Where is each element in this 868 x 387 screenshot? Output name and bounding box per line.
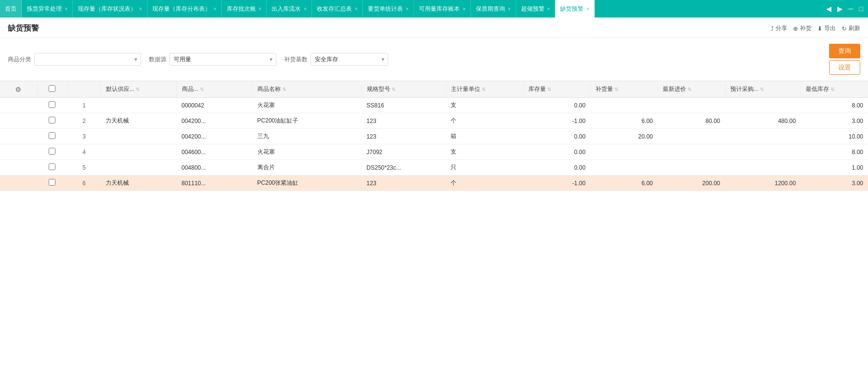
th-spec: 规格型号 ⇅ [362, 81, 446, 98]
nav-maximize[interactable]: □ [856, 0, 866, 18]
replenish-basis-select[interactable]: 安全库存 [310, 53, 388, 66]
datasource-select-wrapper: 可用量 [169, 53, 276, 66]
select-all-checkbox[interactable] [49, 85, 55, 92]
row-check[interactable] [37, 113, 67, 129]
nav-tab-label: 收发存汇总表 [317, 5, 352, 13]
share-button[interactable]: ⤴ 分享 [771, 24, 787, 33]
nav-tab-label: 出入库流水 [271, 5, 301, 13]
sort-icon: ⇅ [687, 87, 691, 92]
datasource-filter-group: 数据源 可用量 [149, 53, 276, 66]
th-stock-label: 库存量 [528, 85, 546, 93]
row-stock: 0.00 [523, 144, 590, 160]
close-icon[interactable]: × [586, 6, 589, 12]
close-icon[interactable]: × [259, 6, 262, 12]
row-spec: SS816 [362, 98, 446, 113]
export-button[interactable]: ⬇ 导出 [817, 24, 836, 33]
query-button[interactable]: 查询 [829, 44, 860, 58]
nav-tab-label: 首页 [5, 5, 17, 13]
th-product-name-label: 商品名称 [257, 85, 281, 93]
row-min-stock: 8.00 [801, 98, 868, 113]
th-supplier: 默认供应... ⇅ [101, 81, 177, 98]
th-unit: 主计量单位 ⇅ [446, 81, 523, 98]
close-icon[interactable]: × [463, 6, 466, 12]
nav-tab-stock-status[interactable]: 现存量（库存状况表） × [73, 0, 147, 18]
nav-tab-label: 超储预警 [521, 5, 544, 13]
th-price-label: 最新进价 [663, 85, 686, 93]
row-index: 5 [67, 160, 101, 176]
row-checkbox[interactable] [49, 101, 55, 108]
close-icon[interactable]: × [304, 6, 307, 12]
nav-tab-stock-dist[interactable]: 现存量（库存分布表） × [147, 0, 222, 18]
close-icon[interactable]: × [214, 6, 217, 12]
nav-tab-home[interactable]: 首页 [0, 0, 22, 18]
row-index: 1 [67, 98, 101, 113]
th-spec-label: 规格型号 [367, 85, 390, 93]
row-spec: J7092 [362, 144, 446, 160]
nav-scroll-left[interactable]: ◀ [823, 0, 834, 18]
refresh-button[interactable]: ↻ 刷新 [842, 24, 860, 33]
th-product-id: 商品... ⇅ [177, 81, 253, 98]
th-product-name: 商品名称 ⇅ [253, 81, 362, 98]
nav-tab-receive-summary[interactable]: 收发存汇总表 × [312, 0, 363, 18]
nav-tab-inout-flow[interactable]: 出入库流水 × [267, 0, 312, 18]
th-check [37, 81, 67, 98]
row-check[interactable] [37, 98, 67, 113]
close-icon[interactable]: × [65, 6, 68, 12]
settings-button[interactable]: 设置 [829, 60, 860, 75]
close-icon[interactable]: × [406, 6, 409, 12]
row-replenish [590, 160, 657, 176]
nav-tab-label: 现存量（库存分布表） [152, 5, 211, 13]
row-checkbox[interactable] [49, 117, 55, 123]
replenish-label: 补货 [800, 24, 812, 33]
row-spec: 123 [362, 129, 446, 144]
row-checkbox[interactable] [49, 148, 55, 155]
nav-tab-order-stats[interactable]: 要货单统计表 × [363, 0, 414, 18]
nav-tab-batch[interactable]: 库存批次账 × [222, 0, 267, 18]
nav-tab-expiry[interactable]: 保质期查询 × [471, 0, 516, 18]
row-product-name: 火花塞 [253, 144, 362, 160]
close-icon[interactable]: × [139, 6, 142, 12]
th-index [67, 81, 101, 98]
row-index: 2 [67, 113, 101, 129]
top-nav: 首页 拣货异常处理 × 现存量（库存状况表） × 现存量（库存分布表） × 库存… [0, 0, 868, 18]
row-checkbox[interactable] [49, 163, 55, 170]
nav-tab-exception[interactable]: 拣货异常处理 × [22, 0, 73, 18]
datasource-select[interactable]: 可用量 [169, 53, 276, 66]
row-settings [0, 129, 37, 144]
page-header: 缺货预警 ⤴ 分享 ⊕ 补货 ⬇ 导出 ↻ 刷新 [0, 18, 868, 38]
row-supplier: 力天机械 [101, 176, 177, 191]
replenish-button[interactable]: ⊕ 补货 [793, 24, 812, 33]
close-icon[interactable]: × [355, 6, 358, 12]
row-check[interactable] [37, 160, 67, 176]
nav-tab-overstock[interactable]: 超储预警 × [516, 0, 556, 18]
nav-controls: ◀ ▶ ─ □ [823, 0, 868, 18]
row-replenish [590, 144, 657, 160]
sort-icon: ⇅ [760, 87, 764, 92]
category-select[interactable] [34, 53, 141, 66]
row-product-name: PC200张紧油缸 [253, 176, 362, 191]
row-check[interactable] [37, 144, 67, 160]
category-select-wrapper [34, 53, 141, 66]
nav-minimize[interactable]: ─ [846, 0, 856, 18]
th-settings: ⚙ [0, 81, 37, 98]
replenish-basis-select-wrapper: 安全库存 [310, 53, 388, 66]
nav-tab-available-ledger[interactable]: 可用量库存账本 × [414, 0, 471, 18]
close-icon[interactable]: × [547, 6, 550, 12]
row-unit: 个 [446, 113, 523, 129]
column-settings-icon[interactable]: ⚙ [15, 86, 21, 93]
export-label: 导出 [824, 24, 836, 33]
datasource-label: 数据源 [149, 55, 166, 64]
row-checkbox[interactable] [49, 132, 55, 139]
nav-scroll-right[interactable]: ▶ [834, 0, 846, 18]
close-icon[interactable]: × [508, 6, 511, 12]
table-row: 6 力天机械 801110... PC200张紧油缸 123 个 -1.00 6… [0, 176, 868, 191]
row-check[interactable] [37, 129, 67, 144]
nav-tab-shortage[interactable]: 缺货预警 × [555, 0, 595, 18]
row-checkbox[interactable] [49, 179, 55, 186]
row-product-name: 离合片 [253, 160, 362, 176]
row-index: 3 [67, 129, 101, 144]
page-content: 缺货预警 ⤴ 分享 ⊕ 补货 ⬇ 导出 ↻ 刷新 商品分类 [0, 18, 868, 387]
th-est-label: 预计采购... [730, 85, 759, 93]
row-check[interactable] [37, 176, 67, 191]
row-spec: 123 [362, 176, 446, 191]
